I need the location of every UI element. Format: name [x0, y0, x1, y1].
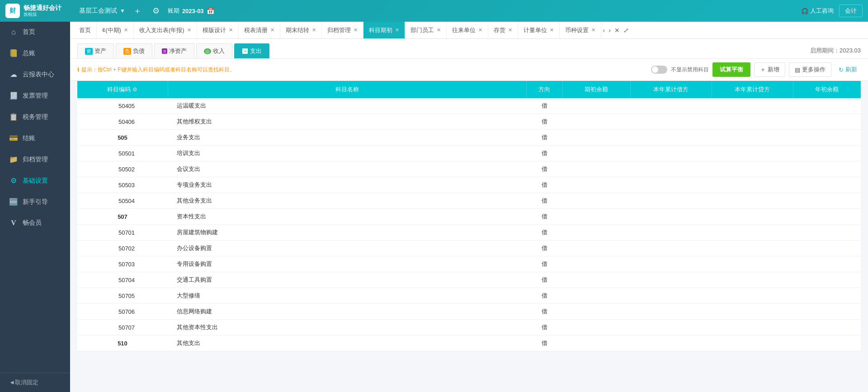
account-button[interactable]: 会计: [839, 5, 863, 17]
cell-direction: 借: [526, 288, 562, 304]
sidebar-item-invoice[interactable]: 🧾 发票管理: [0, 85, 70, 106]
logo-name: 畅捷通好会计: [24, 4, 61, 12]
tab-close-archive[interactable]: ✕: [354, 27, 358, 33]
tab-home[interactable]: 首页: [74, 22, 97, 39]
cell-credit: [712, 225, 793, 241]
tab-taxclear[interactable]: 税表清册 ✕: [239, 22, 280, 39]
table-row[interactable]: 50405 运温暖支出 借: [77, 98, 861, 114]
balance-button[interactable]: 试算平衡: [712, 62, 750, 77]
tab-close-inventory[interactable]: ✕: [508, 27, 512, 33]
cell-year-balance: [793, 130, 861, 146]
tab-dept[interactable]: 部门员工 ✕: [405, 22, 447, 39]
cell-debit: [630, 335, 712, 351]
tab-close-period[interactable]: ✕: [124, 27, 128, 33]
cell-direction: 借: [526, 130, 562, 146]
table-row[interactable]: 50701 房屋建筑物购建 借: [77, 225, 861, 241]
sidebar-item-ledger[interactable]: 📒 总账: [0, 43, 70, 64]
tab-close-all[interactable]: ✕: [613, 27, 622, 34]
cell-balance: [562, 320, 630, 335]
table-row[interactable]: 50501 培训支出 借: [77, 146, 861, 161]
tab-close-period-end[interactable]: ✕: [312, 27, 316, 33]
cell-year-balance: [793, 146, 861, 161]
table-row[interactable]: 505 业务支出 借: [77, 130, 861, 146]
table-row[interactable]: 510 其他支出 借: [77, 335, 861, 351]
tab-close-unit[interactable]: ✕: [550, 27, 554, 33]
sidebar-item-archive[interactable]: 📁 归档管理: [0, 149, 70, 170]
tab-currency[interactable]: 币种设置 ✕: [560, 22, 601, 39]
content-area: 首页 ¢(中期) ✕ 收入支出表(年报) ✕ 模版设计 ✕ 税表清册 ✕ 期末结…: [70, 22, 868, 392]
cell-name: 专项业务支出: [168, 177, 526, 193]
tab-nav-prev[interactable]: ‹: [601, 27, 607, 34]
cell-name: 大型修缮: [168, 288, 526, 304]
table-row[interactable]: 50705 大型修缮 借: [77, 288, 861, 304]
company-name[interactable]: 基层工会测试 ▼: [79, 7, 125, 15]
page-content: 资 资产 负 负债 ≡ 净资产 ◎ 收入 ≈ 支出: [70, 39, 868, 392]
sidebar-item-reports[interactable]: ☁ 云报表中心: [0, 64, 70, 85]
cell-direction: 借: [526, 146, 562, 161]
tab-expand[interactable]: ⤢: [622, 27, 631, 34]
table-row[interactable]: 50703 专用设备购置 借: [77, 256, 861, 272]
table-row[interactable]: 50702 办公设备购置 借: [77, 241, 861, 256]
add-tab-button[interactable]: ＋: [131, 5, 144, 17]
refresh-icon: ↻: [839, 66, 844, 73]
cell-name: 其他业务支出: [168, 193, 526, 209]
table-row[interactable]: 50704 交通工具购置 借: [77, 272, 861, 288]
cell-debit: [630, 177, 712, 193]
sidebar-pin-toggle[interactable]: ◄取消固定: [0, 373, 70, 392]
calendar-icon[interactable]: 📅: [207, 7, 214, 14]
tab-close-counterpart[interactable]: ✕: [478, 27, 482, 33]
cell-credit: [712, 161, 793, 177]
cell-debit: [630, 161, 712, 177]
more-button[interactable]: ▤ 更多操作: [789, 62, 831, 77]
column-settings-icon[interactable]: ⚙: [132, 86, 137, 93]
settings-icon-button[interactable]: ⚙: [150, 5, 162, 17]
refresh-button[interactable]: ↻ 刷新: [835, 63, 861, 76]
tab-subject-init[interactable]: 科目期初 ✕: [363, 22, 405, 39]
table-row[interactable]: 50406 其他维权支出 借: [77, 114, 861, 130]
table-row[interactable]: 50706 信息网络购建 借: [77, 304, 861, 320]
tab-close-taxclear[interactable]: ✕: [270, 27, 274, 33]
sidebar-item-guide[interactable]: 🆕 新手引导: [0, 191, 70, 213]
sub-tab-expense[interactable]: ≈ 支出: [234, 43, 269, 58]
table-row[interactable]: 50504 其他业务支出 借: [77, 193, 861, 209]
table-row[interactable]: 507 资本性支出 借: [77, 209, 861, 225]
sub-tab-net[interactable]: ≡ 净资产: [154, 43, 194, 58]
add-button[interactable]: ＋ 新增: [754, 62, 785, 77]
sub-tab-liability[interactable]: 负 负债: [116, 43, 152, 58]
tab-income[interactable]: 收入支出表(年报) ✕: [134, 22, 197, 39]
tab-unit[interactable]: 计量单位 ✕: [518, 22, 560, 39]
sub-tab-asset[interactable]: 资 资产: [77, 43, 114, 58]
tab-period[interactable]: ¢(中期) ✕: [97, 22, 134, 39]
sidebar-item-member[interactable]: V 畅会员: [0, 213, 70, 233]
cell-code: 50503: [77, 177, 168, 193]
table-row[interactable]: 50502 会议支出 借: [77, 161, 861, 177]
tab-close-currency[interactable]: ✕: [591, 27, 595, 33]
table-row[interactable]: 50707 其他资本性支出 借: [77, 320, 861, 335]
sidebar-item-tax[interactable]: 📋 税务管理: [0, 106, 70, 128]
th-name: 科目名称: [168, 81, 526, 98]
cell-balance: [562, 288, 630, 304]
tab-nav-next[interactable]: ›: [607, 27, 613, 34]
tab-close-template[interactable]: ✕: [229, 27, 233, 33]
tab-inventory[interactable]: 存货 ✕: [488, 22, 518, 39]
sidebar-item-home[interactable]: ⌂ 首页: [0, 22, 70, 43]
sidebar-item-settings[interactable]: ⚙ 基础设置: [0, 170, 70, 191]
cell-name: 其他支出: [168, 335, 526, 351]
add-icon: ＋: [760, 66, 766, 74]
cell-code: 50703: [77, 256, 168, 272]
tab-counterpart[interactable]: 往来单位 ✕: [447, 22, 488, 39]
cell-debit: [630, 98, 712, 114]
tab-close-subject-init[interactable]: ✕: [395, 27, 399, 33]
cell-code: 50701: [77, 225, 168, 241]
disable-toggle[interactable]: [651, 66, 667, 74]
sidebar-item-checkout[interactable]: 💳 结账: [0, 128, 70, 149]
tab-period-end[interactable]: 期末结转 ✕: [280, 22, 322, 39]
support-button[interactable]: 🎧 人工咨询: [801, 7, 834, 15]
cell-balance: [562, 209, 630, 225]
tab-close-dept[interactable]: ✕: [437, 27, 441, 33]
table-row[interactable]: 50503 专项业务支出 借: [77, 177, 861, 193]
tab-template[interactable]: 模版设计 ✕: [197, 22, 239, 39]
tab-close-income[interactable]: ✕: [187, 27, 191, 33]
tab-archive[interactable]: 归档管理 ✕: [322, 22, 363, 39]
sub-tab-income[interactable]: ◎ 收入: [196, 43, 232, 58]
